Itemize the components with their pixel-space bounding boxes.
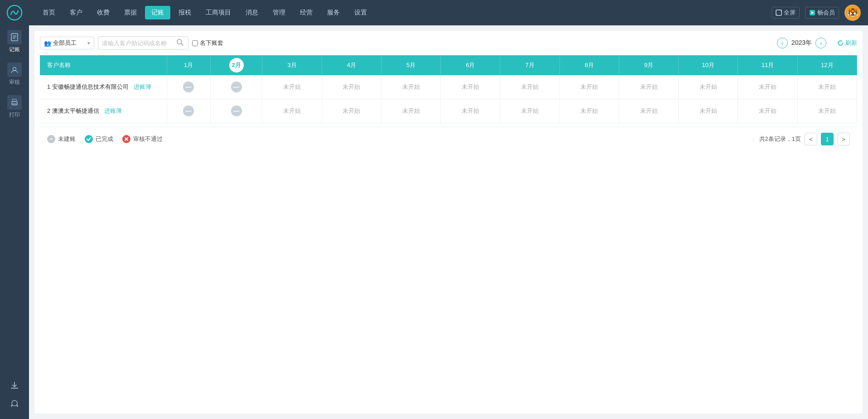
not-started-status: 未开始: [462, 83, 479, 90]
search-input[interactable]: [102, 40, 174, 47]
cell-m6: 未开始: [441, 99, 500, 123]
toolbar: 👥 全部员工 ▾ 名下账套: [40, 36, 857, 50]
legend-dot-grey: [47, 135, 55, 143]
cell-m9: 未开始: [619, 75, 678, 99]
user-avatar[interactable]: 🐯: [844, 5, 861, 21]
next-page-button[interactable]: >: [837, 133, 850, 145]
cell-m9: 未开始: [619, 99, 678, 123]
employee-icon: 👥: [44, 40, 51, 47]
search-button[interactable]: [175, 39, 184, 48]
search-wrap: [98, 36, 188, 50]
table-body: 1 安徽畅捷通信息技术有限公司 进账簿——未开始未开始未开始未开始未开始未开始未…: [40, 75, 857, 123]
pagination-info: 共2条记录，1页: [759, 135, 801, 143]
cell-m3: 未开始: [262, 75, 322, 99]
year-label: 2023年: [791, 39, 812, 47]
refresh-label: 刷新: [845, 39, 857, 47]
not-started-status: 未开始: [283, 83, 301, 90]
fullscreen-label: 全屏: [784, 9, 796, 17]
employee-select[interactable]: 👥 全部员工 ▾: [40, 37, 94, 49]
cell-m5: 未开始: [381, 99, 440, 123]
table-scroll[interactable]: 客户名称 1月 2月 3月 4月 5月 6月 7月 8月 9月: [40, 55, 857, 123]
nav-service[interactable]: 服务: [321, 6, 346, 19]
prev-page-button[interactable]: <: [805, 133, 817, 145]
nav-home[interactable]: 首页: [36, 6, 62, 19]
nav-settings[interactable]: 设置: [348, 6, 373, 19]
sidebar-download[interactable]: [0, 377, 29, 394]
col-m4: 4月: [322, 55, 381, 75]
cell-m4: 未开始: [322, 99, 381, 123]
current-page[interactable]: 1: [821, 133, 834, 145]
table-header-row: 客户名称 1月 2月 3月 4月 5月 6月 7月 8月 9月: [40, 55, 857, 75]
nav-accounting[interactable]: 记账: [145, 6, 170, 19]
nav-invoice[interactable]: 票据: [118, 6, 143, 19]
refresh-icon: [837, 40, 844, 46]
sidebar-bottom: [0, 377, 29, 419]
sidebar-item-label: 打印: [9, 111, 20, 119]
pagination: 共2条记录，1页 < 1 >: [759, 133, 850, 145]
svg-point-10: [12, 400, 17, 406]
not-started-status: 未开始: [759, 83, 776, 90]
svg-marker-16: [841, 40, 843, 42]
cell-name: 1 安徽畅捷通信息技术有限公司 进账簿: [40, 75, 167, 99]
not-started-status: 未开始: [818, 107, 836, 114]
sidebar-item-audit[interactable]: 审核: [0, 58, 29, 91]
refresh-button[interactable]: 刷新: [837, 39, 857, 47]
footer: 未建账 已完成 审核不通过 共2条记录，1页 < 1: [40, 127, 857, 151]
sidebar-item-label: 记账: [9, 46, 20, 53]
legend-dot-red: [122, 135, 130, 143]
employee-label: 全部员工: [53, 39, 86, 47]
my-accounts-checkbox-wrap[interactable]: 名下账套: [192, 39, 223, 47]
sidebar-support[interactable]: [0, 395, 29, 412]
my-accounts-checkbox[interactable]: [192, 40, 198, 46]
sidebar-item-print[interactable]: 打印: [0, 91, 29, 123]
not-started-status: 未开始: [521, 107, 539, 114]
row-index: 2: [47, 107, 50, 114]
accounting-icon: [7, 30, 22, 44]
status-dash-icon: —: [231, 82, 242, 92]
nav-customer[interactable]: 客户: [63, 6, 89, 19]
chevron-down-icon: ▾: [87, 40, 90, 46]
member-button[interactable]: 畅会员: [805, 7, 839, 19]
topnav-right: 全屏 畅会员 🐯: [772, 5, 861, 21]
not-started-status: 未开始: [699, 83, 717, 90]
cell-m10: 未开始: [679, 75, 738, 99]
cell-m3: 未开始: [262, 99, 322, 123]
prev-year-button[interactable]: ‹: [777, 38, 788, 48]
status-dash-icon: —: [231, 106, 242, 116]
enter-ledger-link[interactable]: 进账簿: [104, 107, 122, 114]
status-dash-icon: —: [183, 106, 194, 116]
main-wrap: 首页 客户 收费 票据 记账 报税 工商项目 消息 管理 经营 服务 设置 全屏: [29, 0, 868, 419]
legend-completed: 已完成: [85, 135, 113, 143]
printer-icon: [10, 98, 19, 106]
main-card: 👥 全部员工 ▾ 名下账套: [34, 31, 863, 414]
nav-message[interactable]: 消息: [239, 6, 265, 19]
nav-business[interactable]: 工商项目: [199, 6, 237, 19]
col-m1: 1月: [167, 55, 210, 75]
not-started-status: 未开始: [342, 107, 360, 114]
cell-m2: —: [210, 99, 262, 123]
fullscreen-button[interactable]: 全屏: [772, 7, 800, 19]
col-m5: 5月: [381, 55, 440, 75]
nav-tax[interactable]: 报税: [172, 6, 198, 19]
cell-name: 2 澳澳太平畅捷通信 进账簿: [40, 99, 167, 123]
nav-billing[interactable]: 收费: [91, 6, 116, 19]
legend-completed-label: 已完成: [96, 135, 113, 143]
cell-m1: —: [167, 99, 210, 123]
col-m7: 7月: [500, 55, 559, 75]
status-dash-icon: —: [183, 82, 194, 92]
nav-management[interactable]: 管理: [266, 6, 292, 19]
person-icon: [10, 66, 19, 74]
legend-rejected: 审核不通过: [122, 135, 163, 143]
active-month-circle: 2月: [229, 58, 244, 72]
download-icon: [10, 381, 19, 390]
nav-operations[interactable]: 经营: [294, 6, 319, 19]
cell-m7: 未开始: [500, 75, 559, 99]
row-index: 1: [47, 83, 50, 90]
sidebar-item-accounting[interactable]: 记账: [0, 25, 29, 58]
not-started-status: 未开始: [580, 83, 598, 90]
col-m12: 12月: [797, 55, 857, 75]
next-year-button[interactable]: ›: [815, 38, 826, 48]
cell-m7: 未开始: [500, 99, 559, 123]
enter-ledger-link[interactable]: 进账簿: [134, 83, 151, 90]
not-started-status: 未开始: [640, 83, 658, 90]
